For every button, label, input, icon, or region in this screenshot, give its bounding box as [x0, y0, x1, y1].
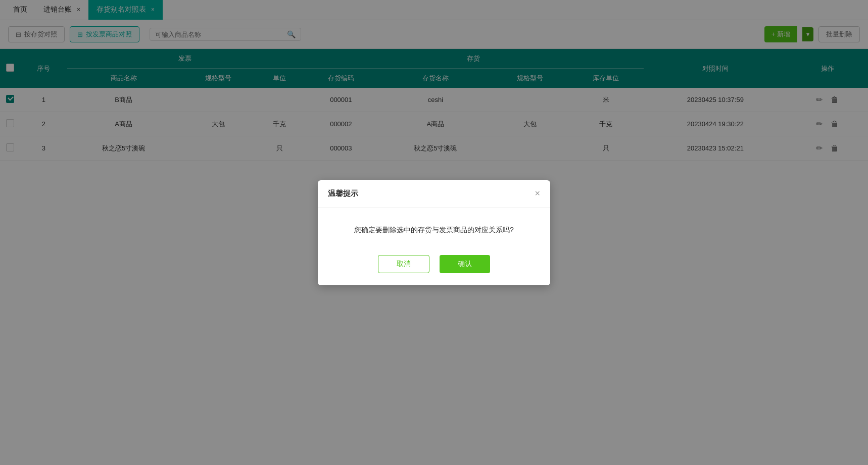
modal-overlay: 温馨提示 × 您确定要删除选中的存货与发票商品的对应关系吗? 取消 确认	[0, 0, 868, 465]
dialog-body: 您确定要删除选中的存货与发票商品的对应关系吗?	[318, 208, 550, 250]
confirm-dialog: 温馨提示 × 您确定要删除选中的存货与发票商品的对应关系吗? 取消 确认	[318, 180, 550, 285]
dialog-close-button[interactable]: ×	[535, 188, 540, 199]
dialog-header: 温馨提示 ×	[318, 180, 550, 208]
dialog-footer: 取消 确认	[318, 250, 550, 285]
confirm-button[interactable]: 确认	[440, 255, 490, 273]
dialog-title: 温馨提示	[328, 189, 358, 198]
dialog-message: 您确定要删除选中的存货与发票商品的对应关系吗?	[354, 226, 514, 234]
cancel-button[interactable]: 取消	[378, 255, 429, 273]
